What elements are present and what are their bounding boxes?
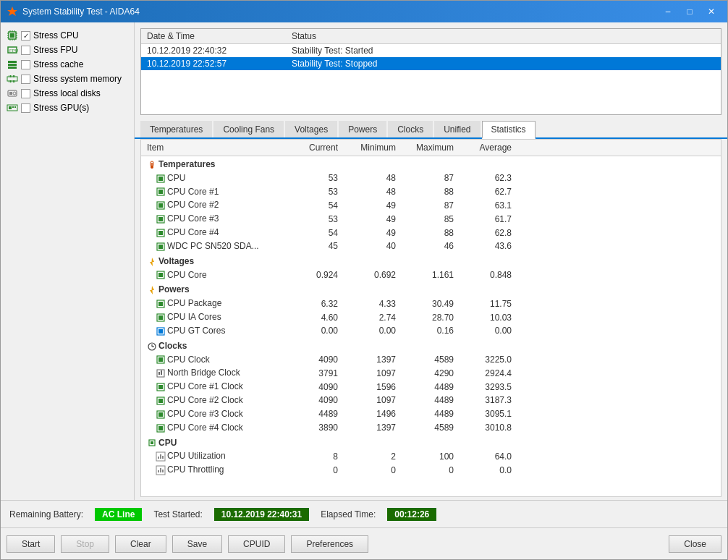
stress-cpu-checkbox[interactable]: [21, 31, 30, 41]
title-bar: System Stability Test - AIDA64 – □ ✕: [1, 1, 727, 22]
stats-scroll[interactable]: Item Current Minimum Maximum Average Tem…: [141, 140, 721, 496]
log-row-2: 10.12.2019 22:52:57 Stability Test: Stop…: [141, 57, 721, 70]
status-bar: Remaining Battery: AC Line Test Started:…: [1, 500, 727, 527]
stress-fpu-checkbox[interactable]: [21, 46, 30, 55]
maximize-button[interactable]: □: [680, 4, 700, 20]
clear-button[interactable]: Clear: [115, 535, 166, 553]
svg-rect-62: [158, 329, 163, 334]
svg-rect-67: [158, 357, 163, 362]
svg-marker-0: [7, 7, 17, 16]
sidebar-item-stress-fpu[interactable]: FPU Stress FPU: [4, 43, 131, 57]
tab-powers[interactable]: Powers: [339, 121, 386, 137]
tab-statistics[interactable]: Statistics: [482, 121, 536, 139]
table-row: CPU IA Cores 4.60 2.74 28.70 10.03: [141, 310, 721, 324]
table-row: CPU Core #1 Clock 4090 1596 4489 3293.5: [141, 380, 721, 394]
svg-rect-18: [8, 64, 17, 66]
sidebar-item-stress-gpu[interactable]: Stress GPU(s): [4, 101, 131, 115]
tab-voltages[interactable]: Voltages: [285, 121, 337, 137]
tab-temperatures[interactable]: Temperatures: [140, 121, 212, 137]
stress-local-checkbox[interactable]: [21, 89, 30, 98]
fpu-icon: FPU: [7, 44, 18, 56]
svg-rect-27: [10, 80, 11, 82]
sidebar-item-stress-cache[interactable]: Stress cache: [4, 57, 131, 72]
group-header: Clocks: [141, 338, 721, 353]
table-row: CPU Core #4 Clock 3890 1397 4589 3010.8: [141, 421, 721, 435]
group-header: Powers: [141, 281, 721, 297]
table-row: WDC PC SN520 SDA... 45 40 46 43.6: [141, 239, 721, 253]
preferences-button[interactable]: Preferences: [291, 535, 368, 553]
stress-gpu-label: Stress GPU(s): [33, 103, 89, 113]
test-started-value: 10.12.2019 22:40:31: [214, 508, 309, 521]
stats-table: Item Current Minimum Maximum Average Tem…: [141, 140, 721, 477]
save-button[interactable]: Save: [172, 535, 222, 553]
svg-rect-74: [158, 399, 163, 403]
table-row: CPU Core #2 Clock 4090 1097 4489 3187.3: [141, 394, 721, 407]
table-row: CPU Clock 4090 1397 4589 3225.0: [141, 353, 721, 367]
cpuid-button[interactable]: CPUID: [228, 535, 285, 553]
window-controls: – □ ✕: [658, 4, 721, 20]
tab-cooling-fans[interactable]: Cooling Fans: [213, 121, 284, 137]
col-maximum: Maximum: [402, 140, 460, 156]
log-row-1: 10.12.2019 22:40:32 Stability Test: Star…: [141, 44, 721, 58]
table-row: CPU Core 0.924 0.692 1.161 0.848: [141, 268, 721, 282]
svg-rect-28: [12, 80, 12, 82]
stress-cache-checkbox[interactable]: [21, 60, 30, 69]
group-header: CPU: [141, 435, 721, 450]
table-row: CPU Package 6.32 4.33 30.49 11.75: [141, 297, 721, 310]
svg-rect-50: [158, 231, 163, 235]
svg-rect-58: [158, 302, 163, 306]
svg-rect-69: [158, 372, 160, 375]
main-content: Stress CPU FPU Stress FPU Stress cache: [1, 22, 727, 500]
stress-memory-checkbox[interactable]: [21, 75, 30, 84]
svg-rect-52: [158, 245, 163, 249]
log-datetime-1: 10.12.2019 22:40:32: [141, 44, 286, 58]
stress-gpu-checkbox[interactable]: [21, 103, 30, 113]
svg-rect-76: [158, 412, 163, 417]
col-average: Average: [460, 140, 517, 156]
svg-rect-37: [14, 106, 16, 108]
log-status-2: Stability Test: Stopped: [286, 57, 721, 70]
svg-rect-25: [14, 75, 15, 77]
start-button[interactable]: Start: [7, 535, 55, 553]
main-window: System Stability Test - AIDA64 – □ ✕: [0, 0, 728, 560]
minimize-button[interactable]: –: [658, 4, 678, 20]
close-button[interactable]: Close: [669, 535, 721, 553]
col-minimum: Minimum: [344, 140, 402, 156]
elapsed-time-value: 00:12:26: [387, 508, 436, 521]
close-window-button[interactable]: ✕: [701, 4, 721, 20]
table-row: North Bridge Clock 3791 1097 4290 2924.4: [141, 366, 721, 380]
sidebar-item-stress-local[interactable]: Stress local disks: [4, 86, 131, 101]
log-status-1: Stability Test: Started: [286, 44, 721, 58]
svg-rect-17: [8, 61, 17, 63]
log-table: Date & Time Status 10.12.2019 22:40:32 S…: [141, 29, 721, 70]
svg-rect-44: [158, 190, 163, 194]
tabs-container: Temperatures Cooling Fans Voltages Power…: [135, 121, 727, 139]
svg-rect-35: [9, 106, 12, 109]
svg-rect-21: [9, 75, 9, 77]
bottom-bar: Start Stop Clear Save CPUID Preferences …: [1, 527, 727, 559]
svg-rect-24: [13, 75, 14, 77]
elapsed-time-label: Elapsed Time:: [321, 509, 376, 519]
sidebar-item-stress-memory[interactable]: Stress system memory: [4, 72, 131, 86]
table-row: CPU Core #3 Clock 4489 1496 4489 3095.1: [141, 407, 721, 421]
svg-rect-32: [9, 92, 12, 95]
stress-cache-label: Stress cache: [33, 59, 83, 69]
stop-button[interactable]: Stop: [61, 535, 109, 553]
cache-icon: [7, 59, 18, 70]
table-row: CPU Core #2 54 49 87 63.1: [141, 198, 721, 212]
app-icon: [7, 6, 18, 17]
group-header: Temperatures: [141, 156, 721, 171]
log-col-status: Status: [286, 29, 721, 44]
svg-point-33: [13, 92, 16, 95]
svg-rect-22: [10, 75, 11, 77]
col-current: Current: [286, 140, 344, 156]
sidebar-item-stress-cpu[interactable]: Stress CPU: [4, 28, 131, 43]
svg-rect-23: [12, 75, 12, 77]
svg-rect-26: [9, 80, 9, 82]
memory-icon: [7, 73, 18, 85]
group-header: Voltages: [141, 253, 721, 268]
tab-clocks[interactable]: Clocks: [388, 121, 433, 137]
tab-unified[interactable]: Unified: [434, 121, 480, 137]
remaining-battery-label: Remaining Battery:: [9, 509, 83, 519]
svg-rect-2: [10, 33, 14, 38]
